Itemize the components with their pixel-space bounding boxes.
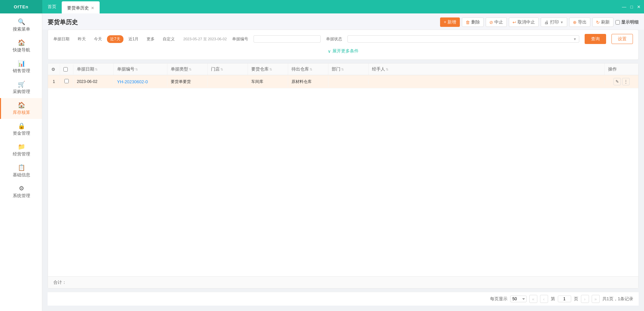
date-today[interactable]: 今天 xyxy=(91,35,105,43)
more-icon-0[interactable]: ⋮ xyxy=(622,78,630,85)
sidebar-item-quicknav[interactable]: 🏠 快捷导航 xyxy=(0,36,42,56)
delete-button[interactable]: 🗑 删除 xyxy=(462,17,484,27)
sidebar-item-operations[interactable]: 📁 经营管理 xyxy=(0,140,42,161)
sidebar-item-purchase[interactable]: 🛒 采购管理 xyxy=(0,77,42,98)
date-last1m[interactable]: 近1月 xyxy=(125,35,142,43)
sort-date-icon: ⇅ xyxy=(95,68,98,71)
td-handler-0 xyxy=(369,79,605,84)
th-num[interactable]: 单据编号 ⇅ xyxy=(114,63,167,75)
sidebar-item-search[interactable]: 🔍 搜索菜单 xyxy=(0,15,42,36)
window-controls: — □ ✕ xyxy=(619,4,644,9)
sort-pendwh-icon: ⇅ xyxy=(310,68,312,71)
page-label: 第 xyxy=(551,296,555,302)
sidebar-item-sales[interactable]: 📊 销售管理 xyxy=(0,56,42,77)
th-op: 操作 xyxy=(605,63,638,75)
prev-page-btn[interactable]: ‹ xyxy=(540,295,548,303)
toolbar: + 新增 🗑 删除 ⊘ 中止 ↩ 取消中止 🖨 xyxy=(440,17,639,27)
refresh-button[interactable]: ↻ 刷新 xyxy=(592,17,613,27)
date-range-display: 2023-05-27 至 2023-06-02 xyxy=(183,37,227,42)
td-shop-0 xyxy=(208,79,248,84)
first-page-btn[interactable]: « xyxy=(529,295,537,303)
sidebar-item-system[interactable]: ⚙ 系统管理 xyxy=(0,181,42,202)
total-info: 共1页，1条记录 xyxy=(602,296,633,302)
new-button[interactable]: + 新增 xyxy=(440,17,460,27)
th-settings[interactable]: ⚙ xyxy=(48,64,60,75)
page-number-input[interactable] xyxy=(558,296,571,302)
chevron-down-icon: ∨ xyxy=(328,49,331,54)
pagination-bar: 每页显示 50 100 200 « ‹ 第 页 xyxy=(48,292,639,306)
td-settings-0: 1 xyxy=(48,77,60,87)
per-page-select[interactable]: 50 100 200 xyxy=(510,296,527,302)
table-footer-sum: 合计： xyxy=(48,276,638,288)
status-label: 单据状态 xyxy=(326,36,342,42)
sort-type-icon: ⇅ xyxy=(189,68,192,71)
stop-button[interactable]: ⊘ 中止 xyxy=(486,17,507,27)
list-icon: 📋 xyxy=(18,165,25,171)
sidebar: 🔍 搜索菜单 🏠 快捷导航 📊 销售管理 🛒 采购管理 🏠 库存核算 🔒 xyxy=(0,13,42,311)
date-more[interactable]: 更多 xyxy=(144,35,158,43)
th-dept[interactable]: 部门 ⇅ xyxy=(328,63,369,75)
table-row[interactable]: 1 2023-06-02 YH-20230602-0 要货单要货 车间库 原材料… xyxy=(48,75,638,88)
filter-panel: 单据日期 昨天 今天 近7天 近1月 更多 自定义 2023-05-27 至 2… xyxy=(48,30,639,60)
page-suffix: 页 xyxy=(574,296,578,302)
th-pend-wh[interactable]: 待出仓库 ⇅ xyxy=(288,63,328,75)
th-req-wh[interactable]: 要货仓库 ⇅ xyxy=(248,63,288,75)
folder-icon: 📁 xyxy=(18,144,25,150)
date-yesterday[interactable]: 昨天 xyxy=(75,35,89,43)
sort-num-icon: ⇅ xyxy=(135,68,138,71)
sidebar-item-basic[interactable]: 📋 基础信息 xyxy=(0,161,42,181)
app-logo: OfTEn xyxy=(0,0,42,13)
settings-icon: ⚙ xyxy=(51,67,55,72)
print-button[interactable]: 🖨 打印 ▼ xyxy=(541,17,567,27)
show-detail-checkbox[interactable] xyxy=(615,20,620,25)
last-page-btn[interactable]: » xyxy=(592,295,600,303)
doc-num-input[interactable] xyxy=(254,35,321,43)
tab-close-icon[interactable]: ✕ xyxy=(91,6,94,10)
minimize-icon[interactable]: — xyxy=(622,4,626,9)
sidebar-item-finance[interactable]: 🔒 资金管理 xyxy=(0,119,42,140)
per-page-label: 每页显示 xyxy=(490,296,507,302)
status-input[interactable] xyxy=(347,35,579,43)
td-pendwh-0: 原材料仓库 xyxy=(288,76,328,87)
td-check-0[interactable] xyxy=(60,76,73,87)
sidebar-item-inventory[interactable]: 🏠 库存核算 xyxy=(0,98,42,119)
chart-icon: 📊 xyxy=(18,60,25,66)
doc-num-link-0[interactable]: YH-20230602-0 xyxy=(117,79,148,84)
edit-icon-0[interactable]: ✎ xyxy=(613,78,621,85)
th-handler[interactable]: 经手人 ⇅ xyxy=(369,63,605,75)
status-dropdown-icon: ▼ xyxy=(573,37,577,41)
show-detail-check[interactable]: 显示明细 xyxy=(615,19,639,25)
next-page-btn[interactable]: › xyxy=(581,295,589,303)
lock-icon: 🔒 xyxy=(18,123,25,129)
th-check[interactable] xyxy=(60,64,73,74)
td-op-0: ✎ ⋮ xyxy=(605,75,638,88)
td-dept-0 xyxy=(328,79,369,84)
export-button[interactable]: ⊕ 导出 xyxy=(569,17,590,27)
search-icon: 🔍 xyxy=(18,19,25,25)
settings-filter-button[interactable]: 设置 xyxy=(611,34,633,44)
table-empty-space xyxy=(48,88,638,276)
query-button[interactable]: 查询 xyxy=(585,34,606,44)
top-tabs: 首页 要货单历史 ✕ xyxy=(42,0,619,13)
date-last7[interactable]: 近7天 xyxy=(107,35,123,43)
inventory-icon: 🏠 xyxy=(18,102,25,108)
data-table: ⚙ 单据日期 ⇅ 单据编号 ⇅ xyxy=(48,63,639,288)
row-checkbox-0[interactable] xyxy=(64,79,69,83)
tab-home[interactable]: 首页 xyxy=(42,0,62,13)
date-custom[interactable]: 自定义 xyxy=(160,35,178,43)
th-type[interactable]: 单据类型 ⇅ xyxy=(167,63,208,75)
td-num-0[interactable]: YH-20230602-0 xyxy=(114,77,167,87)
cancel-stop-button[interactable]: ↩ 取消中止 xyxy=(509,17,539,27)
td-date-0: 2023-06-02 xyxy=(73,77,114,87)
close-icon[interactable]: ✕ xyxy=(637,4,641,9)
maximize-icon[interactable]: □ xyxy=(630,4,633,9)
select-all-checkbox[interactable] xyxy=(63,67,68,72)
tab-req-history[interactable]: 要货单历史 ✕ xyxy=(62,1,100,15)
expand-filter-button[interactable]: ∨ 展开更多条件 xyxy=(328,47,359,55)
th-shop[interactable]: 门店 ⇅ xyxy=(208,63,248,75)
sort-dept-icon: ⇅ xyxy=(341,68,344,71)
date-filter-label: 单据日期 xyxy=(53,36,69,42)
th-date[interactable]: 单据日期 ⇅ xyxy=(73,63,114,75)
cart-icon: 🛒 xyxy=(18,81,25,87)
page-title: 要货单历史 xyxy=(48,18,78,26)
